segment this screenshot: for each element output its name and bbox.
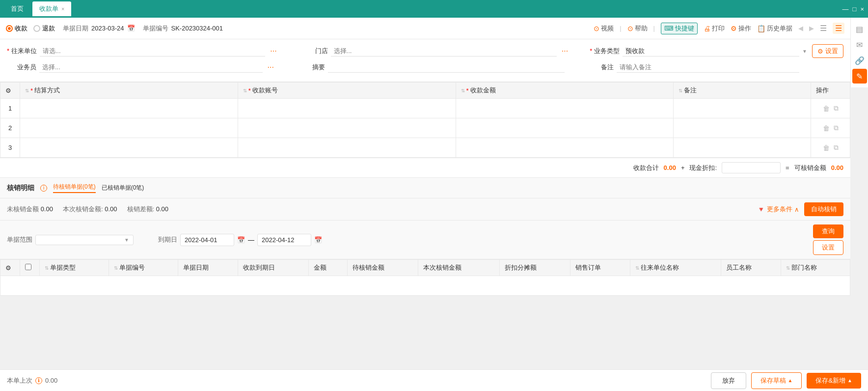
video-btn[interactable]: ⊙ 视频 bbox=[594, 24, 614, 33]
layout-icon2[interactable]: ☰ bbox=[833, 23, 844, 34]
row-settlement-3[interactable] bbox=[20, 138, 238, 158]
lower-discount-label: 折扣分摊额 bbox=[505, 263, 537, 272]
cal-to-icon[interactable]: 📅 bbox=[314, 236, 322, 244]
date-range: 📅 — 📅 bbox=[180, 234, 322, 246]
sidebar-table-icon[interactable]: ▤ bbox=[852, 22, 867, 36]
radio-refund[interactable]: 退款 bbox=[33, 24, 55, 33]
party-more-btn[interactable]: ··· bbox=[268, 47, 278, 56]
copy-icon-1[interactable]: ⧉ bbox=[834, 104, 839, 112]
delete-icon-2[interactable]: 🗑 bbox=[823, 124, 830, 132]
row-remark-1[interactable] bbox=[674, 99, 811, 118]
amount-required: * bbox=[466, 87, 469, 94]
row-amount-2[interactable] bbox=[456, 118, 674, 138]
row-amount-1[interactable] bbox=[456, 99, 674, 118]
cal-from-icon[interactable]: 📅 bbox=[237, 236, 245, 244]
settings-button[interactable]: ⚙ 设置 bbox=[812, 44, 843, 58]
sidebar-attachment-icon[interactable]: 🔗 bbox=[852, 53, 867, 68]
remark-input[interactable] bbox=[617, 62, 799, 73]
row-settlement-2[interactable] bbox=[20, 118, 238, 138]
row-amount-3[interactable] bbox=[456, 138, 674, 158]
toolbar-right: ⊙ 视频 | ⊙ 帮助 | ⌨ 快捷键 🖨 打印 ⚙ 操作 📋 bbox=[594, 23, 844, 34]
lower-type-header: ⇅ 单据类型 bbox=[40, 260, 109, 276]
filter-icon: 🔻 bbox=[757, 206, 765, 213]
calendar-icon[interactable]: 📅 bbox=[127, 25, 135, 32]
tab-bar-left: 首页 收款单 × bbox=[4, 1, 71, 16]
sidebar-email-icon[interactable]: ✉ bbox=[852, 37, 867, 52]
row-account-3[interactable] bbox=[238, 138, 456, 158]
row-settlement-1[interactable] bbox=[20, 99, 238, 118]
row-remark-2[interactable] bbox=[674, 118, 811, 138]
col-settings-header[interactable]: ⚙ bbox=[0, 83, 20, 99]
delete-icon-1[interactable]: 🗑 bbox=[823, 105, 830, 112]
window-close-icon[interactable]: × bbox=[860, 5, 864, 13]
sort-icon: ⇅ bbox=[25, 88, 29, 93]
this-cancel-label: 本次核销金额: bbox=[63, 205, 103, 213]
shop-more-btn[interactable]: ··· bbox=[560, 47, 570, 56]
save-new-btn[interactable]: 保存&新增 ▲ bbox=[807, 373, 861, 389]
done-tab[interactable]: 已核销单据(0笔) bbox=[102, 184, 144, 192]
lower-pending-label: 待核销金额 bbox=[353, 263, 384, 272]
shortcut-btn[interactable]: ⌨ 快捷键 bbox=[661, 23, 698, 34]
row-account-1[interactable] bbox=[238, 99, 456, 118]
lower-staff-header: 员工名称 bbox=[721, 260, 781, 276]
table-settings-icon[interactable]: ⚙ bbox=[5, 87, 11, 94]
diff-stat: 核销差额: 0.00 bbox=[127, 205, 169, 214]
biz-type-arrow[interactable]: ▼ bbox=[802, 49, 807, 54]
discount-input[interactable] bbox=[722, 162, 781, 173]
footer-value: 0.00 bbox=[45, 377, 57, 384]
window-max-icon[interactable]: □ bbox=[853, 5, 857, 13]
delete-icon-3[interactable]: 🗑 bbox=[823, 144, 830, 152]
due-label: 到期日 bbox=[158, 235, 177, 244]
tab-active[interactable]: 收款单 × bbox=[32, 1, 71, 16]
radio-receipt[interactable]: 收款 bbox=[6, 24, 27, 33]
shop-field: 门店 ··· bbox=[298, 46, 570, 56]
row-remark-3[interactable] bbox=[674, 138, 811, 158]
party-input[interactable] bbox=[40, 46, 266, 56]
lower-settings-header[interactable]: ⚙ bbox=[0, 260, 20, 276]
pending-tab[interactable]: 待核销单据(0笔) bbox=[53, 183, 96, 193]
range-select[interactable]: ▼ bbox=[35, 235, 134, 245]
abandon-btn[interactable]: 放弃 bbox=[711, 372, 746, 389]
lower-checkbox-header[interactable] bbox=[20, 260, 40, 276]
tab-bar-right: — □ × bbox=[842, 5, 864, 13]
biz-type-input[interactable] bbox=[623, 46, 799, 56]
staff-more-btn[interactable]: ··· bbox=[266, 63, 276, 72]
copy-icon-3[interactable]: ⧉ bbox=[834, 143, 839, 152]
date-dash: — bbox=[248, 236, 254, 244]
more-conditions-btn[interactable]: 🔻 更多条件 ∧ bbox=[757, 205, 799, 214]
history-btn[interactable]: 📋 历史单据 bbox=[757, 24, 792, 33]
help-btn[interactable]: ⊙ 帮助 bbox=[627, 24, 648, 33]
toolbar: 收款 退款 单据日期 2023-03-24 📅 单据编号 SK-20230324… bbox=[0, 18, 850, 39]
layout-icon1[interactable]: ☰ bbox=[820, 24, 827, 33]
sidebar-edit-icon[interactable]: ✎ bbox=[852, 69, 867, 84]
select-all-checkbox[interactable] bbox=[25, 264, 31, 270]
summary-input[interactable] bbox=[328, 62, 565, 73]
verification-table: ⚙ ⇅ 单据类型 ⇅ 单据编号 bbox=[0, 259, 850, 296]
draft-btn[interactable]: 保存草稿 ▲ bbox=[751, 372, 802, 389]
verification-info-icon[interactable]: i bbox=[40, 185, 47, 192]
divider3: ◀ bbox=[798, 25, 803, 32]
date-from-input[interactable] bbox=[180, 234, 234, 246]
radio-refund-label: 退款 bbox=[42, 24, 55, 33]
window-min-icon[interactable]: — bbox=[842, 5, 849, 13]
tab-home[interactable]: 首页 bbox=[4, 1, 30, 16]
operation-btn[interactable]: ⚙ 操作 bbox=[731, 24, 751, 33]
copy-icon-2[interactable]: ⧉ bbox=[834, 124, 839, 132]
row-account-2[interactable] bbox=[238, 118, 456, 138]
verify-settings-btn[interactable]: 设置 bbox=[813, 240, 843, 255]
footer-info-icon[interactable]: ℹ bbox=[35, 377, 42, 384]
staff-input[interactable] bbox=[39, 62, 263, 73]
filter-actions: 查询 设置 bbox=[813, 224, 843, 255]
date-to-input[interactable] bbox=[257, 234, 311, 246]
shop-input[interactable] bbox=[331, 46, 557, 56]
total-label: 收款合计 bbox=[633, 164, 659, 172]
lower-discount-header: 折扣分摊额 bbox=[499, 260, 570, 276]
lower-empty-cell bbox=[0, 276, 850, 296]
query-btn[interactable]: 查询 bbox=[813, 224, 843, 238]
auto-cancel-btn[interactable]: 自动核销 bbox=[804, 202, 843, 216]
table-wrap: ⚙ ⇅ * 结算方式 ⇅ * 收款账号 bbox=[0, 82, 850, 158]
print-btn[interactable]: 🖨 打印 bbox=[704, 24, 725, 33]
tab-close-icon[interactable]: × bbox=[61, 6, 64, 12]
number-field: 单据编号 SK-20230324-001 bbox=[143, 24, 223, 33]
diff-label: 核销差额: bbox=[127, 205, 155, 213]
